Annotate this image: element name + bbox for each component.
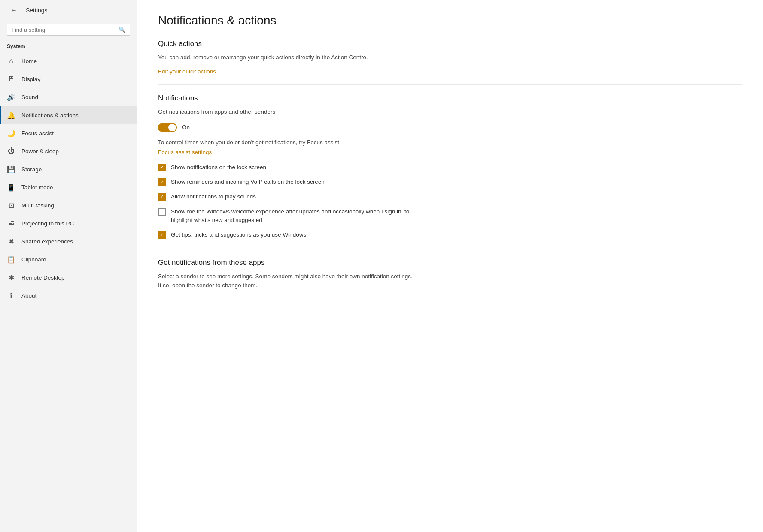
focus-assist-icon: 🌙 (7, 129, 15, 137)
checkbox-label-voip-notif: Show reminders and incoming VoIP calls o… (171, 178, 325, 186)
checkmark: ✓ (160, 165, 164, 170)
notifications-section: Notifications Get notifications from app… (158, 94, 742, 239)
page-title: Notifications & actions (158, 14, 742, 27)
checkbox-tips[interactable]: ✓ (158, 231, 166, 239)
sidebar-item-label-tablet-mode: Tablet mode (21, 184, 53, 191)
sidebar-item-remote-desktop[interactable]: ✱ Remote Desktop (0, 268, 137, 286)
sidebar-item-label-display: Display (21, 76, 40, 82)
sidebar-item-label-power-sleep: Power & sleep (21, 148, 59, 155)
sidebar-item-label-focus-assist: Focus assist (21, 130, 54, 137)
about-icon: ℹ (7, 291, 15, 300)
projecting-icon: 📽 (7, 219, 15, 228)
sidebar-item-label-about: About (21, 292, 36, 299)
sidebar-item-about[interactable]: ℹ About (0, 286, 137, 304)
power-sleep-icon: ⏻ (7, 147, 15, 155)
clipboard-icon: 📋 (7, 255, 15, 264)
main-content: Notifications & actions Quick actions Yo… (137, 0, 763, 532)
checkbox-voip-notif[interactable]: ✓ (158, 178, 166, 186)
checkbox-item-voip-notif: ✓Show reminders and incoming VoIP calls … (158, 178, 416, 186)
sidebar-item-clipboard[interactable]: 📋 Clipboard (0, 250, 137, 268)
notifications-title: Notifications (158, 94, 742, 103)
tablet-mode-icon: 📱 (7, 183, 15, 192)
remote-desktop-icon: ✱ (7, 273, 15, 282)
sidebar-nav: ⌂ Home 🖥 Display 🔊 Sound 🔔 Notifications… (0, 52, 137, 304)
search-input[interactable] (12, 27, 115, 33)
edit-quick-actions-link[interactable]: Edit your quick actions (158, 68, 216, 75)
notifications-icon: 🔔 (7, 111, 15, 119)
checkbox-item-sounds-notif: ✓Allow notifications to play sounds (158, 192, 416, 201)
sidebar-item-label-multitasking: Multi-tasking (21, 202, 54, 209)
display-icon: 🖥 (7, 75, 15, 83)
search-box[interactable]: 🔍 (7, 24, 130, 36)
checkmark: ✓ (160, 179, 164, 185)
get-from-apps-title: Get notifications from these apps (158, 258, 742, 267)
home-icon: ⌂ (7, 57, 15, 65)
focus-assist-hint: To control times when you do or don't ge… (158, 138, 416, 147)
sidebar-item-tablet-mode[interactable]: 📱 Tablet mode (0, 178, 137, 196)
checkbox-label-tips: Get tips, tricks and suggestions as you … (171, 231, 306, 239)
checkmark: ✓ (160, 194, 164, 199)
divider-2 (158, 249, 742, 249)
sidebar-item-power-sleep[interactable]: ⏻ Power & sleep (0, 142, 137, 160)
sidebar-item-label-remote-desktop: Remote Desktop (21, 274, 65, 281)
sidebar-item-shared-exp[interactable]: ✖ Shared experiences (0, 232, 137, 250)
shared-exp-icon: ✖ (7, 237, 15, 246)
sidebar-item-label-shared-exp: Shared experiences (21, 238, 73, 245)
sidebar-item-display[interactable]: 🖥 Display (0, 70, 137, 88)
quick-actions-title: Quick actions (158, 40, 742, 48)
checkbox-item-lock-screen-notif: ✓Show notifications on the lock screen (158, 163, 416, 172)
sidebar-item-storage[interactable]: 💾 Storage (0, 160, 137, 178)
sidebar-item-notifications[interactable]: 🔔 Notifications & actions (0, 106, 137, 124)
sidebar-item-label-sound: Sound (21, 94, 38, 100)
checkmark: ✓ (160, 232, 164, 237)
quick-actions-desc: You can add, remove or rearrange your qu… (158, 53, 416, 62)
sidebar-item-focus-assist[interactable]: 🌙 Focus assist (0, 124, 137, 142)
sidebar-item-label-notifications: Notifications & actions (21, 112, 79, 119)
search-icon: 🔍 (119, 27, 125, 33)
divider-1 (158, 84, 742, 85)
back-button[interactable]: ← (7, 5, 21, 16)
system-section-label: System (0, 41, 137, 52)
checkbox-label-lock-screen-notif: Show notifications on the lock screen (171, 163, 266, 172)
checkbox-item-welcome-exp: Show me the Windows welcome experience a… (158, 207, 416, 225)
sidebar-item-projecting[interactable]: 📽 Projecting to this PC (0, 214, 137, 232)
sidebar-item-label-home: Home (21, 58, 37, 64)
sidebar-item-multitasking[interactable]: ⊡ Multi-tasking (0, 196, 137, 214)
quick-actions-section: Quick actions You can add, remove or rea… (158, 40, 742, 75)
toggle-on-label: On (182, 124, 190, 131)
sidebar-header: ← Settings (0, 0, 137, 21)
sound-icon: 🔊 (7, 93, 15, 101)
notifications-toggle-row: On (158, 123, 742, 132)
checkbox-label-welcome-exp: Show me the Windows welcome experience a… (171, 207, 416, 225)
checkbox-item-tips: ✓Get tips, tricks and suggestions as you… (158, 231, 416, 239)
notifications-toggle-label: Get notifications from apps and other se… (158, 108, 416, 116)
sidebar-item-label-storage: Storage (21, 166, 42, 173)
checkbox-sounds-notif[interactable]: ✓ (158, 193, 166, 201)
notifications-toggle[interactable] (158, 123, 177, 132)
storage-icon: 💾 (7, 165, 15, 173)
checkbox-welcome-exp[interactable] (158, 208, 166, 216)
checkbox-lock-screen-notif[interactable]: ✓ (158, 164, 166, 171)
multitasking-icon: ⊡ (7, 201, 15, 210)
sidebar-item-label-clipboard: Clipboard (21, 256, 46, 263)
get-from-apps-desc: Select a sender to see more settings. So… (158, 272, 416, 290)
app-title: Settings (26, 7, 48, 14)
sidebar-item-home[interactable]: ⌂ Home (0, 52, 137, 70)
focus-assist-settings-link[interactable]: Focus assist settings (158, 149, 212, 155)
sidebar: ← Settings 🔍 System ⌂ Home 🖥 Display 🔊 S… (0, 0, 137, 532)
checkbox-label-sounds-notif: Allow notifications to play sounds (171, 192, 256, 201)
get-from-apps-section: Get notifications from these apps Select… (158, 258, 742, 290)
sidebar-item-sound[interactable]: 🔊 Sound (0, 88, 137, 106)
sidebar-item-label-projecting: Projecting to this PC (21, 220, 74, 227)
checkboxes-container: ✓Show notifications on the lock screen✓S… (158, 163, 742, 240)
